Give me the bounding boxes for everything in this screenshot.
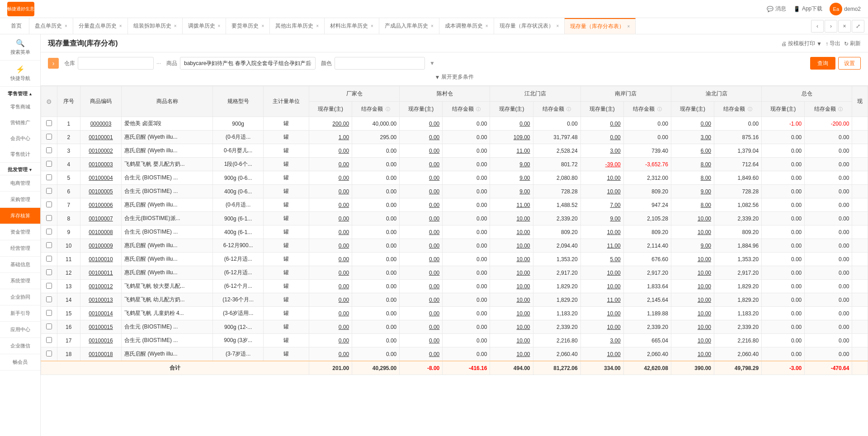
- sidebar-item-wechat[interactable]: 企业微信: [0, 338, 40, 354]
- td-nanan-qty[interactable]: 10.00: [580, 307, 623, 320]
- td-chenmao-qty[interactable]: 0.00: [400, 212, 443, 225]
- td-nanan-qty[interactable]: 0.00: [580, 117, 623, 131]
- td-jiangbei-qty[interactable]: 10.00: [490, 212, 533, 225]
- td-checkbox[interactable]: [41, 144, 57, 158]
- tab-order[interactable]: 要货单历史 ×: [226, 18, 270, 34]
- td-checkbox[interactable]: [41, 212, 57, 225]
- td-code[interactable]: 00100008: [80, 225, 121, 239]
- td-jiangbei-qty[interactable]: 10.00: [490, 334, 533, 347]
- tab-other-out[interactable]: 其他出库单历史 ×: [270, 18, 325, 34]
- td-yuebei-qty[interactable]: 10.00: [671, 293, 714, 307]
- td-code[interactable]: 00100016: [80, 334, 121, 347]
- info-icon[interactable]: ⓘ: [476, 107, 481, 112]
- td-factory-qty[interactable]: 0.00: [309, 334, 352, 347]
- warehouse-input[interactable]: [78, 57, 154, 70]
- td-yuebei-qty[interactable]: 10.00: [671, 225, 714, 239]
- td-chenmao-qty[interactable]: 0.00: [400, 334, 443, 347]
- td-jiangbei-qty[interactable]: 10.00: [490, 280, 533, 293]
- color-dropdown-icon[interactable]: ▼: [429, 60, 435, 66]
- filter-collapse-btn[interactable]: ›: [48, 58, 59, 69]
- td-jiangbei-qty[interactable]: 10.00: [490, 320, 533, 334]
- sidebar-item-vip[interactable]: 畅会员: [0, 354, 40, 370]
- tab-stock-dist[interactable]: 现存量（库存分布表） ×: [565, 18, 636, 34]
- sidebar-item-corp[interactable]: 企业协同: [0, 289, 40, 305]
- tab-part-disk[interactable]: 分量盘点单历史 ×: [73, 18, 128, 34]
- td-chenmao-qty[interactable]: 0.00: [400, 320, 443, 334]
- sidebar-item-biz[interactable]: 经营管理: [0, 240, 40, 256]
- td-chenmao-qty[interactable]: 0.00: [400, 198, 443, 212]
- td-code[interactable]: 00100007: [80, 212, 121, 225]
- tab-material-out[interactable]: 材料出库单历史 ×: [325, 18, 379, 34]
- tab-transfer[interactable]: 调拨单历史 ×: [183, 18, 226, 34]
- td-checkbox[interactable]: [41, 239, 57, 253]
- td-chenmao-qty[interactable]: 0.00: [400, 239, 443, 253]
- gear-icon[interactable]: ⚙: [46, 98, 52, 105]
- td-jiangbei-qty[interactable]: 10.00: [490, 293, 533, 307]
- info-icon[interactable]: ⓘ: [566, 107, 571, 112]
- td-code[interactable]: 00100010: [80, 253, 121, 266]
- td-factory-qty[interactable]: 0.00: [309, 198, 352, 212]
- refresh-btn[interactable]: ↻ 刷新: [844, 40, 861, 47]
- td-yuebei-qty[interactable]: 10.00: [671, 253, 714, 266]
- td-nanan-qty[interactable]: 5.00: [580, 253, 623, 266]
- td-code[interactable]: 00100015: [80, 320, 121, 334]
- td-jiangbei-qty[interactable]: 10.00: [490, 253, 533, 266]
- td-checkbox[interactable]: [41, 307, 57, 320]
- td-yuebei-qty[interactable]: 10.00: [671, 266, 714, 280]
- td-yuebei-qty[interactable]: 6.00: [671, 144, 714, 158]
- td-nanan-qty[interactable]: 10.00: [580, 185, 623, 198]
- td-code[interactable]: 00100006: [80, 198, 121, 212]
- info-icon[interactable]: ⓘ: [657, 107, 662, 112]
- td-factory-qty[interactable]: 0.00: [309, 185, 352, 198]
- td-factory-qty[interactable]: 0.00: [309, 144, 352, 158]
- td-checkbox[interactable]: [41, 131, 57, 144]
- sidebar-item-apps[interactable]: 应用中心: [0, 322, 40, 338]
- tab-next-btn[interactable]: ›: [825, 20, 837, 33]
- setting-button[interactable]: 设置: [838, 57, 861, 70]
- td-yuebei-qty[interactable]: 8.00: [671, 171, 714, 185]
- td-yuebei-qty[interactable]: 10.00: [671, 307, 714, 320]
- td-factory-qty[interactable]: 0.00: [309, 280, 352, 293]
- td-nanan-qty[interactable]: 3.00: [580, 144, 623, 158]
- td-yuebei-qty[interactable]: 3.00: [671, 131, 714, 144]
- td-factory-qty[interactable]: 0.00: [309, 212, 352, 225]
- td-nanan-qty[interactable]: 10.00: [580, 225, 623, 239]
- td-code[interactable]: 00100003: [80, 158, 121, 171]
- td-checkbox[interactable]: [41, 320, 57, 334]
- sidebar-item-quicknav[interactable]: ⚡ 快捷导航: [0, 61, 40, 86]
- sidebar-wholesale-title[interactable]: 批发管理 ▼: [0, 163, 40, 175]
- td-nanan-qty[interactable]: 10.00: [580, 171, 623, 185]
- tab-cost-adjust[interactable]: 成本调整单历史 ×: [439, 18, 494, 34]
- print-btn[interactable]: 🖨 按模板打印 ▼: [781, 40, 822, 47]
- td-code[interactable]: 00100013: [80, 293, 121, 307]
- td-chenmao-qty[interactable]: 0.00: [400, 307, 443, 320]
- tab-close-icon[interactable]: ×: [316, 23, 319, 28]
- td-checkbox[interactable]: [41, 253, 57, 266]
- td-yuebei-qty[interactable]: 10.00: [671, 212, 714, 225]
- td-nanan-qty[interactable]: 10.00: [580, 320, 623, 334]
- tab-close-icon[interactable]: ×: [557, 23, 559, 28]
- td-checkbox[interactable]: [41, 347, 57, 361]
- td-nanan-qty[interactable]: 11.00: [580, 239, 623, 253]
- td-code[interactable]: 00100004: [80, 171, 121, 185]
- td-factory-qty[interactable]: 0.00: [309, 225, 352, 239]
- td-yuebei-qty[interactable]: 10.00: [671, 347, 714, 361]
- td-jiangbei-qty[interactable]: 11.00: [490, 198, 533, 212]
- td-factory-qty[interactable]: 0.00: [309, 158, 352, 171]
- td-jiangbei-qty[interactable]: 11.00: [490, 144, 533, 158]
- td-yuebei-qty[interactable]: 0.00: [671, 117, 714, 131]
- tab-product-in[interactable]: 产成品入库单历史 ×: [379, 18, 439, 34]
- td-chenmao-qty[interactable]: 0.00: [400, 158, 443, 171]
- td-yuebei-qty[interactable]: 10.00: [671, 280, 714, 293]
- td-chenmao-qty[interactable]: 0.00: [400, 131, 443, 144]
- td-nanan-qty[interactable]: -39.00: [580, 158, 623, 171]
- td-nanan-qty[interactable]: 11.00: [580, 293, 623, 307]
- td-nanan-qty[interactable]: 10.00: [580, 266, 623, 280]
- sidebar-item-sys[interactable]: 系统管理: [0, 273, 40, 289]
- td-chenmao-qty[interactable]: 0.00: [400, 293, 443, 307]
- tab-close-icon[interactable]: ×: [627, 24, 630, 29]
- sidebar-item-ecom[interactable]: 电商管理: [0, 175, 40, 191]
- td-jiangbei-qty[interactable]: 9.00: [490, 158, 533, 171]
- td-factory-qty[interactable]: 0.00: [309, 320, 352, 334]
- td-checkbox[interactable]: [41, 198, 57, 212]
